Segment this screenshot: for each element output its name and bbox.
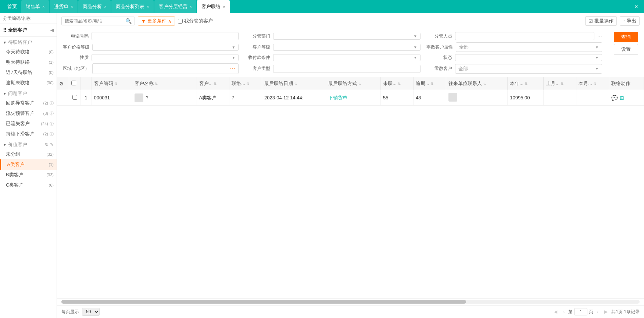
sidebar-all-customers-label[interactable]: 全部客户 [8,27,27,33]
batch-operation-button[interactable]: ☑ 批量操作 [585,16,617,26]
nav-tab-analysis[interactable]: 商品分析 × [78,0,111,13]
next-page-btn[interactable]: › [595,308,601,315]
col-header-no [80,77,92,90]
filter-select-payment[interactable]: ▼ [273,54,420,61]
sidebar-item-churn-warning[interactable]: 流失预警客户 (3) ⓘ [0,108,57,119]
sidebar-item-repurchase-count: (2) [43,101,48,105]
page-number-input[interactable] [574,308,587,315]
grid-icon[interactable]: ⊞ [620,95,624,101]
row-checkbox[interactable] [72,95,77,100]
filter-cell-status: 状态 ▼ [426,54,608,61]
chevron-down-icon: ∧ [168,18,172,24]
cell-uncontacted: 55 [380,90,413,106]
first-page-btn[interactable]: ◀ [552,308,559,315]
col-label-grade: 客户... [199,80,213,87]
col-header-overdue[interactable]: 逾期... ⇅ [413,77,446,90]
col-header-action: 联络动作 [609,77,644,90]
table-row: 1 000031 ? A类客户 7 2023-04-12 14:44: [57,90,644,106]
col-header-this-year[interactable]: 本年... ⇅ [508,77,544,90]
filter-label-phone: 电话号码 [63,33,89,39]
sidebar-item-tomorrow-count: (1) [49,60,54,64]
filter-input-manager[interactable] [455,32,594,40]
filter-select-nature[interactable]: ▼ [92,54,239,61]
last-way-link[interactable]: 下销货单 [328,95,347,100]
prev-page-btn[interactable]: ‹ [561,308,567,315]
nav-tab-purchase[interactable]: 进货单 × [50,0,77,13]
sidebar-search-input[interactable] [3,16,57,21]
filter-label-price-grade: 客户价格等级 [63,44,89,50]
filter-select-retail[interactable]: 全部 ▼ [455,64,602,74]
sidebar-item-repurchase[interactable]: 回购异常客户 (2) ⓘ [0,98,57,108]
refresh-icon[interactable]: ↻ [45,142,49,147]
nav-tab-analysis-list-close[interactable]: × [147,4,149,9]
page-size-select[interactable]: 50 [82,308,100,316]
sidebar-collapse-btn[interactable]: ◀ [50,28,54,33]
horizontal-scrollbar[interactable] [61,300,640,304]
filter-select-customer-grade[interactable]: ▼ [273,44,420,51]
nav-tab-analysis-close[interactable]: × [104,4,106,9]
filter-input-customer-type[interactable] [273,65,420,73]
more-filter-button[interactable]: ▼ 更多条件 ∧ [138,16,175,26]
col-header-settings[interactable]: ⚙ [57,77,69,90]
filter-select-dept[interactable]: ▼ [273,33,420,40]
col-header-code[interactable]: 客户编码 ⇅ [92,77,132,90]
filter-select-price-grade[interactable]: ▼ [92,44,239,51]
filter-select-retail-attr[interactable]: 全部 ▼ [456,42,602,52]
settings-button[interactable]: 设置 [614,44,638,55]
filter-label-status: 状态 [426,54,452,61]
more-icon-region[interactable]: ··· [230,65,235,73]
cell-lastway[interactable]: 下销货单 [326,90,381,106]
sidebar-item-class-a[interactable]: A类客户 (1) [0,159,57,170]
nav-tab-customer-layer-close[interactable]: × [190,4,192,9]
sidebar-item-declining[interactable]: 持续下滑客户 (2) ⓘ [0,129,57,139]
my-customers-checkbox[interactable] [178,19,183,24]
nav-tab-customer-layer[interactable]: 客户分层经营 × [154,0,196,13]
nav-tab-purchase-close[interactable]: × [71,4,73,9]
last-page-btn[interactable]: ▶ [602,308,610,315]
nav-tab-customer-contact-close[interactable]: × [223,4,225,9]
col-header-contact[interactable]: 联络... ⇅ [229,77,262,90]
nav-tab-sales-close[interactable]: × [42,4,44,9]
col-header-company-contact[interactable]: 往来单位联系人 ⇅ [446,77,508,90]
search-icon[interactable]: 🔍 [125,18,132,24]
my-customers-checkbox-wrap: 我分管的客户 [178,18,213,24]
sidebar-item-class-c[interactable]: C类客户 (6) [0,180,57,190]
cell-action: 💬 ⊞ [609,90,644,106]
nav-tab-customer-contact-label: 客户联络 [201,3,221,10]
edit-icon[interactable]: ✎ [50,142,54,147]
search-input-wrap: 🔍 [61,17,135,25]
filter-cell-manager: 分管人员 ··· [426,32,608,40]
col-header-name[interactable]: 客户名称 ⇅ [132,77,197,90]
cell-name: ? [132,90,197,106]
sidebar-item-churned[interactable]: 已流失客户 (24) ⓘ [0,119,57,129]
col-header-last-month[interactable]: 上月... ⇅ [544,77,576,90]
table-footer: 每页显示 50 ◀ ‹ 第 页 › ▶ 共1页 1条记录 [57,305,644,318]
col-header-uncontacted[interactable]: 未联... ⇅ [380,77,413,90]
filter-input-phone[interactable] [92,32,239,40]
search-input[interactable] [65,18,125,24]
col-header-lastway[interactable]: 最后联络方式 ⇅ [326,77,381,90]
export-button[interactable]: ↑ 导出 [620,16,640,26]
sidebar-item-unclassified[interactable]: 未分组 (32) [0,149,57,159]
pagination: ◀ ‹ 第 页 › ▶ 共1页 1条记录 [552,308,640,315]
sidebar-item-tomorrow[interactable]: 明天待联络 (1) [0,57,57,67]
window-close-button[interactable]: × [631,3,641,11]
col-header-lastdate[interactable]: 最后联络日期 ⇅ [262,77,326,90]
sidebar-item-class-b[interactable]: B类客户 (33) [0,170,57,180]
more-icon-manager[interactable]: ··· [597,33,602,39]
query-button[interactable]: 查询 [614,32,638,42]
nav-tab-customer-contact[interactable]: 客户联络 × [197,0,229,13]
col-header-grade[interactable]: 客户... ⇅ [197,77,229,90]
nav-tab-sales[interactable]: 销售单 × [21,0,49,13]
select-all-checkbox[interactable] [71,81,76,85]
message-icon[interactable]: 💬 [611,95,618,101]
nav-home[interactable]: 首页 [3,3,21,10]
col-header-this-month[interactable]: 本月... ⇅ [576,77,609,90]
sidebar-item-7days[interactable]: 近7天待联络 (0) [0,67,57,78]
filter-select-status[interactable]: ▼ [455,54,602,61]
filter-select-region[interactable]: ··· [92,63,239,74]
sidebar-item-today[interactable]: 今天待联络 (0) [0,47,57,57]
filter-label-nature: 性质 [63,54,89,61]
sidebar-item-overdue-contact[interactable]: 逾期未联络 (30) [0,78,57,88]
nav-tab-analysis-list[interactable]: 商品分析列表 × [111,0,153,13]
